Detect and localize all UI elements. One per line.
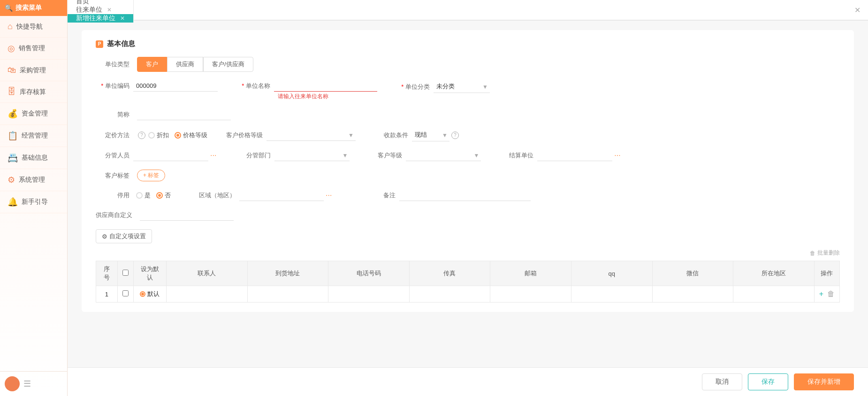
row-address[interactable] (247, 286, 328, 303)
sidebar-item-finance[interactable]: 💰资金管理 (0, 103, 67, 125)
table-col-0: 序号 (96, 261, 118, 286)
row-fax[interactable] (409, 286, 490, 303)
pricing-level-option[interactable]: 价格等级 (175, 131, 207, 140)
address-input[interactable] (252, 291, 324, 298)
table-col-5: 电话号码 (328, 261, 410, 286)
sidebar-item-purchase[interactable]: 🛍采购管理 (0, 60, 67, 81)
add-tag-label: + 标签 (143, 171, 159, 179)
tab-close-icon[interactable]: ✕ (107, 7, 112, 13)
quick-nav-icon: ⌂ (8, 22, 13, 31)
save-button[interactable]: 保存 (748, 373, 788, 390)
tab-label: 首页 (76, 0, 89, 6)
short-name-label: 简称 (96, 110, 133, 119)
qq-input[interactable] (576, 291, 647, 298)
su-label: 结算单位 (500, 151, 537, 160)
user-avatar (5, 376, 20, 391)
base-icon: 📇 (8, 153, 18, 163)
remark-input[interactable] (399, 190, 531, 201)
unit-type-supplier-button[interactable]: 供应商 (167, 57, 203, 72)
su-input[interactable] (537, 150, 612, 161)
contacts-table: 序号设为默认联系人到货地址电话号码传真邮箱qq微信所在地区操作 1 默认 +🗑 (96, 261, 840, 303)
row-default[interactable]: 默认 (133, 286, 166, 303)
custom-setting-label: 自定义项设置 (109, 232, 146, 241)
phone-input[interactable] (333, 291, 404, 298)
select-all-checkbox[interactable] (122, 270, 129, 276)
row-select-checkbox[interactable] (122, 290, 129, 296)
unit-type-customer-button[interactable]: 客户 (137, 57, 167, 72)
pricing-label: 定价方法 (96, 131, 133, 140)
unit-code-input[interactable] (133, 80, 218, 92)
unit-type-buttons: 客户供应商客户/供应商 (137, 57, 253, 72)
tab-partners[interactable]: 往来单位✕ (68, 6, 134, 14)
manager-more-btn[interactable]: ··· (208, 151, 218, 160)
tab-new-partner[interactable]: 新增往来单位✕ (68, 14, 134, 23)
sidebar-item-label: 采购管理 (20, 66, 46, 75)
unit-category-value[interactable]: 未分类 (434, 80, 490, 93)
row-checkbox[interactable] (117, 286, 133, 303)
cl-input[interactable] (406, 150, 481, 161)
sidebar-footer: ☰ (0, 371, 67, 396)
sidebar-item-label: 系统管理 (19, 176, 45, 184)
email-input[interactable] (495, 291, 566, 298)
dept-label: 分管部门 (237, 151, 274, 160)
fax-input[interactable] (414, 291, 486, 298)
unit-type-both-button[interactable]: 客户/供应商 (203, 57, 253, 72)
tab-home[interactable]: 首页 (68, 0, 134, 6)
add-tag-button[interactable]: + 标签 (137, 170, 165, 181)
dept-input[interactable] (274, 150, 350, 161)
row-email[interactable] (490, 286, 571, 303)
cpl-input[interactable] (266, 130, 356, 141)
cancel-button[interactable]: 取消 (702, 373, 742, 390)
su-more-btn[interactable]: ··· (612, 151, 622, 160)
disabled-label: 停用 (96, 191, 133, 200)
unit-type-label: 单位类型 (96, 60, 133, 69)
sidebar-item-operation[interactable]: 📋经营管理 (0, 125, 67, 147)
sidebar-item-sales[interactable]: ◎销售管理 (0, 38, 67, 60)
contact-input[interactable] (171, 291, 243, 298)
region-more-btn[interactable]: ··· (324, 191, 334, 200)
sidebar-item-guide[interactable]: 🔔新手引导 (0, 191, 67, 213)
sidebar-item-inventory[interactable]: 🗄库存核算 (0, 81, 67, 103)
disabled-no-option[interactable]: 否 (156, 191, 171, 200)
row-region-input[interactable] (738, 291, 809, 298)
pricing-help-icon[interactable]: ? (138, 132, 145, 139)
sidebar-item-quick-nav[interactable]: ⌂快捷导航 (0, 16, 67, 38)
pt-help-icon[interactable]: ? (451, 132, 459, 139)
row-seq: 1 (96, 286, 118, 303)
pt-value[interactable]: 现结 (412, 129, 449, 141)
tab-close-icon[interactable]: ✕ (120, 15, 125, 22)
settlement-group: 结算单位 ··· (500, 150, 622, 161)
search-menu-button[interactable]: 🔍 搜索菜单 (0, 0, 67, 16)
sidebar-item-system[interactable]: ⚙系统管理 (0, 169, 67, 191)
sidebar-item-label: 资金管理 (22, 109, 48, 118)
row-region[interactable] (733, 286, 815, 303)
row-contact[interactable] (166, 286, 247, 303)
row-wechat[interactable] (652, 286, 733, 303)
sidebar-item-label: 快捷导航 (16, 23, 43, 31)
batch-delete-button[interactable]: 🗑 批量删除 (810, 249, 840, 257)
customer-price-level-group: 客户价格等级 ▼ (226, 130, 356, 141)
expand-icon[interactable]: ☰ (23, 379, 31, 389)
row-phone[interactable] (328, 286, 410, 303)
pricing-discount-option[interactable]: 折扣 (148, 131, 169, 140)
table-col-1[interactable] (117, 261, 133, 286)
close-all-tabs-button[interactable]: ✕ (847, 6, 868, 15)
wechat-input[interactable] (657, 291, 729, 298)
disabled-yes-option[interactable]: 是 (136, 191, 151, 200)
unit-name-input[interactable] (274, 80, 377, 92)
row-qq[interactable] (571, 286, 652, 303)
page-content: P 基本信息 单位类型 客户供应商客户/供应商 单位编码 单位名称 (68, 21, 868, 367)
sc-input[interactable] (140, 210, 234, 221)
short-name-input[interactable] (137, 109, 231, 120)
custom-setting-button[interactable]: ⚙ 自定义项设置 (96, 229, 152, 243)
tab-label: 新增往来单位 (76, 14, 115, 23)
sidebar-item-base[interactable]: 📇基础信息 (0, 147, 67, 169)
section-title-text: 基本信息 (107, 39, 135, 48)
manager-input[interactable] (133, 150, 208, 161)
save-new-button[interactable]: 保存并新增 (794, 373, 854, 390)
manager-group: 分管人员 ··· (96, 150, 218, 161)
region-input[interactable] (239, 190, 324, 201)
row-add-button[interactable]: + (819, 290, 823, 298)
finance-icon: 💰 (8, 109, 18, 119)
row-delete-button[interactable]: 🗑 (827, 290, 835, 298)
